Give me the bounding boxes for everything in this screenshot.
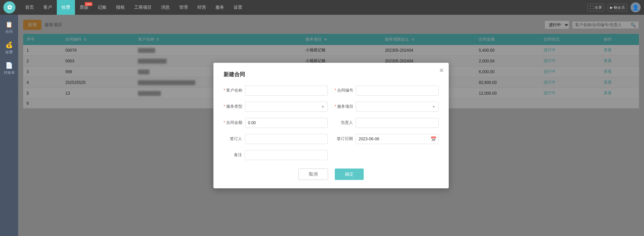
sidebar-item-billing[interactable]: 💰 收费 <box>1 39 17 57</box>
sign-date-label: 签订日期 <box>334 136 353 142</box>
top-navigation: ✿ 首页 客户 收费 票据 new 记账 报税 工商项目 消息 管理 经营 服务… <box>0 0 644 15</box>
billing-icon: 💰 <box>5 41 13 49</box>
cancel-button[interactable]: 取消 <box>298 169 328 180</box>
contract-no-group: *合同编号 <box>334 86 439 96</box>
amount-input[interactable] <box>245 118 328 128</box>
signer-input[interactable] <box>245 134 328 144</box>
vip-button[interactable]: ▶ 畅会员 <box>608 4 627 11</box>
confirm-button[interactable]: 确定 <box>335 169 364 180</box>
app-logo: ✿ <box>3 1 15 13</box>
customer-name-input[interactable] <box>245 86 328 96</box>
main-layout: 📋 合同 💰 收费 📄 对账单 新增 服务项目 进行中 已完成 已终止 <box>0 15 644 236</box>
statement-icon: 📄 <box>5 62 13 69</box>
content-area: 新增 服务项目 进行中 已完成 已终止 🔍 序号 合同编码 ⇅ <box>18 15 644 236</box>
sidebar-item-statement-label: 对账单 <box>4 70 15 75</box>
vip-label: 畅会员 <box>614 5 625 10</box>
nav-tax[interactable]: 报税 <box>111 0 129 15</box>
service-item-dropdown[interactable]: ▼ <box>356 102 439 112</box>
play-icon: ▶ <box>610 5 613 10</box>
fullscreen-button[interactable]: ⛶ 全屏 <box>588 4 604 11</box>
fullscreen-label: 全屏 <box>595 5 602 10</box>
form-row-3: *合同金额 负责人 <box>224 118 439 128</box>
nav-message[interactable]: 消息 <box>156 0 174 15</box>
dropdown-arrow-service-type: ▼ <box>321 105 325 109</box>
modal-overlay: ✕ 新建合同 *客户名称 *合同编号 <box>18 15 644 236</box>
nav-customer[interactable]: 客户 <box>39 0 57 15</box>
service-type-dropdown[interactable]: ▼ <box>245 102 328 112</box>
service-type-group: *服务类型 ▼ <box>224 102 328 112</box>
contract-no-input[interactable] <box>356 86 439 96</box>
nav-service[interactable]: 服务 <box>211 0 229 15</box>
signer-label: 签订人 <box>224 136 242 142</box>
customer-name-label: *客户名称 <box>224 88 242 93</box>
sign-date-input[interactable] <box>356 134 429 144</box>
form-row-5: 备注 <box>224 150 439 160</box>
sidebar-item-billing-label: 收费 <box>5 50 13 55</box>
fullscreen-icon: ⛶ <box>590 5 594 9</box>
service-item-group: *服务项目 ▼ <box>334 102 439 112</box>
contract-icon: 📋 <box>5 21 13 28</box>
customer-name-group: *客户名称 <box>224 86 328 96</box>
nav-right-actions: ⛶ 全屏 ▶ 畅会员 👤 <box>588 2 641 12</box>
signer-group: 签订人 <box>224 134 328 144</box>
nav-bookkeeping[interactable]: 记账 <box>93 0 111 15</box>
note-group: 备注 <box>224 150 328 160</box>
nav-business[interactable]: 工商项目 <box>129 0 156 15</box>
nav-billing[interactable]: 收费 <box>57 0 75 15</box>
dropdown-arrow-service-item: ▼ <box>432 105 436 109</box>
responsible-group: 负责人 <box>334 118 439 128</box>
nav-operation[interactable]: 经营 <box>193 0 211 15</box>
nav-management[interactable]: 管理 <box>174 0 193 15</box>
user-avatar[interactable]: 👤 <box>631 2 641 12</box>
service-item-label: *服务项目 <box>334 104 353 109</box>
calendar-icon[interactable]: 📅 <box>429 136 438 142</box>
nav-invoice[interactable]: 票据 new <box>75 0 93 15</box>
amount-group: *合同金额 <box>224 118 328 128</box>
contract-no-label: *合同编号 <box>334 88 353 93</box>
service-type-label: *服务类型 <box>224 104 242 109</box>
sign-date-group: 签订日期 📅 <box>334 134 439 144</box>
new-badge: new <box>85 2 92 6</box>
new-contract-modal: ✕ 新建合同 *客户名称 *合同编号 <box>213 63 449 188</box>
sidebar: 📋 合同 💰 收费 📄 对账单 <box>0 15 18 236</box>
amount-label: *合同金额 <box>224 120 242 126</box>
sidebar-item-contract-label: 合同 <box>5 29 13 34</box>
form-row-1: *客户名称 *合同编号 <box>224 86 439 96</box>
sign-date-wrapper: 📅 <box>356 134 439 144</box>
nav-home[interactable]: 首页 <box>21 0 39 15</box>
nav-menu: 首页 客户 收费 票据 new 记账 报税 工商项目 消息 管理 经营 服务 设… <box>21 0 588 15</box>
responsible-input[interactable] <box>356 118 439 128</box>
modal-title: 新建合同 <box>224 71 439 78</box>
responsible-label: 负责人 <box>334 120 353 126</box>
form-row-2: *服务类型 ▼ *服务项目 ▼ <box>224 102 439 112</box>
sidebar-item-statement[interactable]: 📄 对账单 <box>1 59 17 78</box>
nav-settings[interactable]: 设置 <box>229 0 247 15</box>
note-input[interactable] <box>245 150 328 160</box>
modal-close-button[interactable]: ✕ <box>439 67 444 74</box>
form-row-4: 签订人 签订日期 📅 <box>224 134 439 144</box>
sidebar-item-contract[interactable]: 📋 合同 <box>1 18 17 37</box>
note-label: 备注 <box>224 152 242 158</box>
modal-footer: 取消 确定 <box>224 169 439 180</box>
